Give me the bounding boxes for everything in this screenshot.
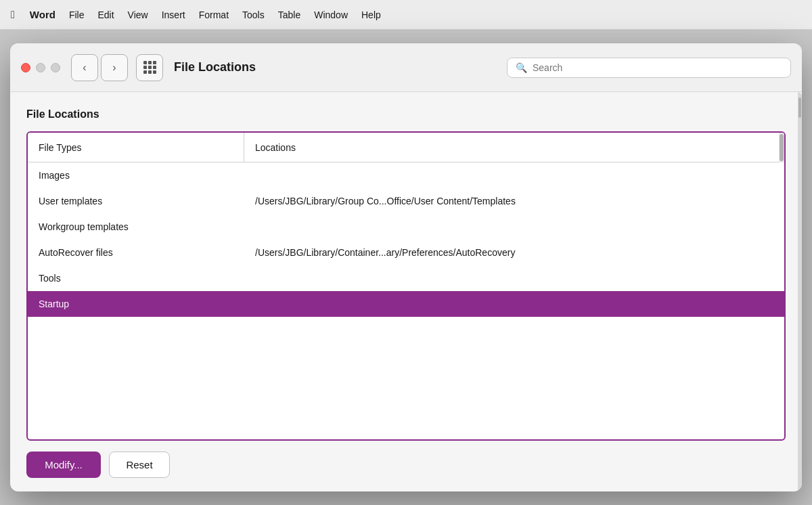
titlebar: ‹ › File Locations 🔍	[10, 43, 802, 92]
menu-window[interactable]: Window	[307, 7, 355, 23]
table-header: File Types Locations	[28, 133, 784, 162]
table-row[interactable]: Tools	[28, 265, 784, 291]
table-row[interactable]: User templates/Users/JBG/Library/Group C…	[28, 188, 784, 214]
cell-location: /Users/JBG/Library/Group Co...Office/Use…	[244, 190, 784, 212]
menu-insert[interactable]: Insert	[155, 7, 192, 23]
scrollbar-thumb	[798, 97, 801, 118]
footer: Modify... Reset	[26, 441, 786, 478]
menubar:  Word File Edit View Insert Format Tool…	[0, 0, 812, 30]
menu-file[interactable]: File	[62, 7, 91, 23]
table-row[interactable]: AutoRecover files/Users/JBG/Library/Cont…	[28, 240, 784, 265]
table-row[interactable]: Workgroup templates	[28, 214, 784, 240]
cell-file-type: Tools	[28, 267, 244, 289]
cell-file-type: User templates	[28, 190, 244, 212]
menu-table[interactable]: Table	[271, 7, 307, 23]
table-row[interactable]: Images	[28, 162, 784, 188]
cell-file-type: Images	[28, 164, 244, 186]
cell-location	[244, 273, 784, 284]
back-button[interactable]: ‹	[71, 54, 98, 81]
reset-button[interactable]: Reset	[109, 452, 170, 478]
col-header-locations: Locations	[244, 142, 779, 153]
cell-location	[244, 221, 784, 232]
app-menu-word[interactable]: Word	[23, 6, 62, 23]
grid-icon	[143, 61, 156, 74]
right-scrollbar	[798, 92, 802, 491]
apple-menu[interactable]: 	[5, 6, 20, 24]
table-body: ImagesUser templates/Users/JBG/Library/G…	[28, 162, 784, 439]
search-input[interactable]	[533, 62, 782, 73]
table-scrollbar-track	[779, 133, 784, 162]
cell-file-type: AutoRecover files	[28, 242, 244, 263]
table-row[interactable]: Startup	[28, 291, 784, 317]
menu-format[interactable]: Format	[192, 7, 235, 23]
forward-button[interactable]: ›	[101, 54, 128, 81]
file-locations-table: File Types Locations ImagesUser template…	[26, 131, 786, 441]
table-scrollbar-thumb	[780, 134, 784, 161]
menu-view[interactable]: View	[121, 7, 155, 23]
modify-button[interactable]: Modify...	[26, 452, 101, 478]
minimize-button[interactable]	[36, 63, 45, 72]
menu-help[interactable]: Help	[355, 7, 388, 23]
col-header-file-types: File Types	[28, 133, 244, 162]
cell-location	[244, 170, 784, 181]
close-button[interactable]	[21, 63, 30, 72]
menu-edit[interactable]: Edit	[91, 7, 120, 23]
maximize-button[interactable]	[51, 63, 60, 72]
cell-location: /Users/JBG/Library/Container...ary/Prefe…	[244, 242, 784, 263]
window-controls	[21, 63, 60, 72]
search-icon: 🔍	[516, 62, 527, 73]
dialog-title: File Locations	[174, 60, 507, 74]
nav-buttons: ‹ ›	[71, 54, 128, 81]
section-title: File Locations	[26, 108, 786, 120]
search-box[interactable]: 🔍	[507, 58, 791, 78]
cell-file-type: Workgroup templates	[28, 216, 244, 238]
menu-tools[interactable]: Tools	[235, 7, 271, 23]
dialog-window: ‹ › File Locations 🔍 File Locations	[10, 43, 802, 491]
forward-icon: ›	[112, 62, 116, 74]
cell-location	[244, 299, 784, 309]
back-icon: ‹	[83, 62, 86, 74]
main-content: File Locations File Types Locations Imag…	[10, 92, 802, 491]
cell-file-type: Startup	[28, 293, 244, 315]
grid-view-button[interactable]	[136, 54, 163, 81]
